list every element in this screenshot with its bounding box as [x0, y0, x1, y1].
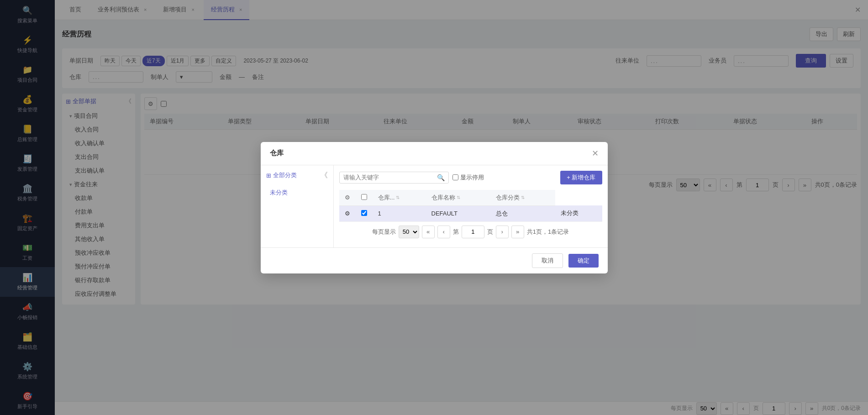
modal-page-suffix: 页: [487, 228, 493, 236]
modal-prev-page[interactable]: ‹: [437, 226, 450, 238]
col-warehouse-category: 仓库分类 ⇅: [490, 190, 555, 206]
modal-table-wrap: ⚙ 仓库... ⇅ 仓库名称: [339, 190, 602, 222]
row-category: 未分类: [555, 205, 602, 221]
modal-page-input[interactable]: [462, 226, 484, 238]
col-gear: ⚙: [339, 190, 356, 206]
col-warehouse-code: 仓库... ⇅: [373, 190, 426, 206]
modal-total-info: 共1页，1条记录: [527, 228, 569, 236]
sort-icon-category: ⇅: [521, 195, 525, 200]
modal-category-all[interactable]: 未分类: [266, 186, 328, 200]
row-name: 总仓: [490, 205, 555, 221]
modal-search-input[interactable]: [343, 174, 437, 181]
show-disabled-label[interactable]: 显示停用: [452, 173, 484, 182]
all-category-label: 全部分类: [273, 171, 297, 179]
warehouse-code-header: 仓库...: [378, 194, 395, 202]
modal-body: ⊞ 全部分类 《 未分类 🔍: [261, 165, 608, 247]
cancel-button[interactable]: 取消: [532, 253, 563, 268]
modal-first-page[interactable]: «: [422, 226, 435, 238]
warehouse-modal: 仓库 ✕ ⊞ 全部分类 《 未分类: [261, 142, 608, 273]
modal-page-label: 第: [453, 228, 459, 236]
modal-collapse-arrow[interactable]: 《: [321, 171, 328, 180]
modal-close-button[interactable]: ✕: [592, 148, 599, 158]
warehouse-name-header: 仓库名称: [431, 194, 455, 202]
warehouse-row-1[interactable]: ⚙ 1 DEFAULT 总仓 未分类: [339, 205, 602, 221]
modal-search-icon: 🔍: [437, 174, 445, 181]
modal-title: 仓库: [270, 149, 284, 158]
modal-left-panel: ⊞ 全部分类 《 未分类: [261, 165, 334, 247]
modal-left-header: ⊞ 全部分类 《: [266, 171, 328, 180]
modal-toolbar: 🔍 显示停用 + 新增仓库: [339, 171, 602, 184]
row-check[interactable]: [356, 205, 373, 221]
modal-footer: 取消 确定: [261, 247, 608, 273]
sort-icon-code: ⇅: [396, 195, 400, 200]
modal-category-uncategorized-label: 未分类: [270, 189, 288, 196]
add-warehouse-button[interactable]: + 新增仓库: [560, 171, 602, 184]
row-gear: ⚙: [339, 205, 356, 221]
warehouse-category-header: 仓库分类: [496, 194, 520, 202]
row-code: DEFAULT: [426, 205, 491, 221]
show-disabled-checkbox[interactable]: [452, 174, 458, 180]
warehouse-table: ⚙ 仓库... ⇅ 仓库名称: [339, 190, 602, 222]
confirm-button[interactable]: 确定: [568, 254, 599, 268]
gear-th-icon: ⚙: [345, 194, 350, 201]
sort-icon-name: ⇅: [457, 195, 460, 200]
modal-pagination: 每页显示 50 « ‹ 第 页 › » 共1页，1条记录: [339, 222, 602, 242]
col-warehouse-name: 仓库名称 ⇅: [426, 190, 491, 206]
row-checkbox-1[interactable]: [361, 210, 367, 216]
row-seq: 1: [373, 205, 426, 221]
modal-last-page[interactable]: »: [511, 226, 524, 238]
modal-overlay[interactable]: 仓库 ✕ ⊞ 全部分类 《 未分类: [0, 0, 868, 415]
row-gear-icon: ⚙: [345, 210, 350, 217]
modal-per-page-label: 每页显示: [372, 228, 396, 236]
show-disabled-text: 显示停用: [460, 173, 484, 182]
modal-per-page-select[interactable]: 50: [399, 226, 419, 238]
col-check: [356, 190, 373, 206]
modal-search-box[interactable]: 🔍: [339, 172, 449, 184]
grid-icon-modal: ⊞: [266, 172, 271, 179]
warehouse-select-all[interactable]: [361, 194, 367, 200]
modal-right-panel: 🔍 显示停用 + 新增仓库 ⚙: [334, 165, 608, 247]
modal-next-page[interactable]: ›: [496, 226, 509, 238]
all-category-button[interactable]: ⊞ 全部分类: [266, 171, 297, 179]
modal-header: 仓库 ✕: [261, 142, 608, 165]
